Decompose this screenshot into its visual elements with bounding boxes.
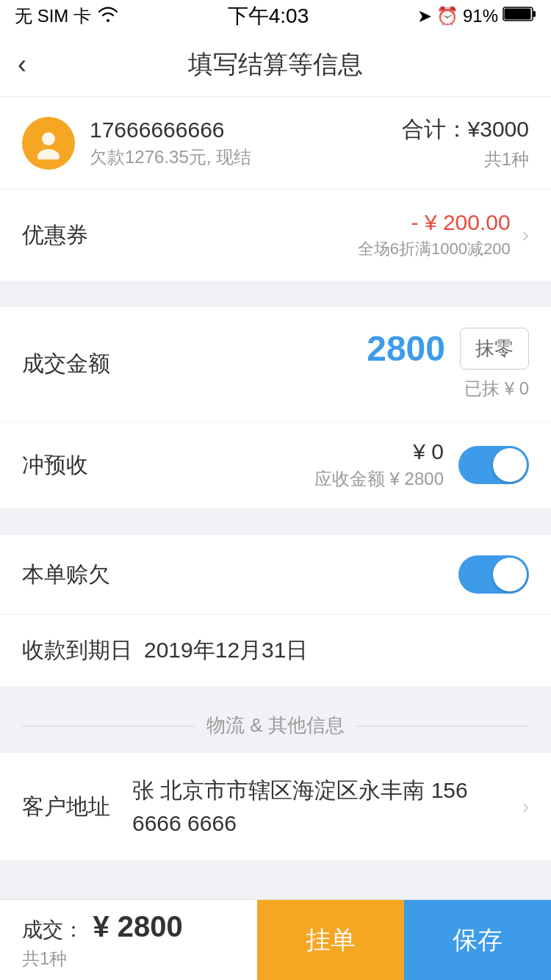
total-count: 共1种 <box>402 148 529 171</box>
deal-amount-card: 成交金额 2800 抹零 已抹 ¥ 0 冲预收 ¥ 0 应收金额 ¥ 2800 <box>0 307 551 508</box>
customer-debt: 欠款1276.35元, 现结 <box>90 145 251 169</box>
page-title: 填写结算等信息 <box>188 48 363 82</box>
status-left: 无 SIM 卡 <box>15 4 119 28</box>
bottom-deal-amount: ¥ 2800 <box>93 910 182 943</box>
address-label: 客户地址 <box>22 792 110 822</box>
amount-right: 2800 抹零 已抹 ¥ 0 <box>367 328 529 400</box>
customer-left: 17666666666 欠款1276.35元, 现结 <box>22 117 251 170</box>
coupon-row[interactable]: 优惠券 - ¥ 200.00 全场6折满1000减200 › <box>0 189 551 281</box>
svg-point-3 <box>42 132 55 145</box>
round-button[interactable]: 抹零 <box>460 328 529 370</box>
alarm-icon: ⏰ <box>436 6 458 26</box>
coupon-right-content: - ¥ 200.00 全场6折满1000减200 <box>358 210 511 260</box>
address-value: 张 北京市市辖区海淀区永丰南 156 6666 6666 <box>132 774 516 840</box>
address-card: 客户地址 张 北京市市辖区海淀区永丰南 156 6666 6666 › <box>0 753 551 860</box>
svg-rect-2 <box>505 9 531 20</box>
customer-info: 17666666666 欠款1276.35元, 现结 <box>90 118 251 169</box>
debt-row: 本单赊欠 <box>0 535 551 614</box>
bottom-bar: 成交： ¥ 2800 共1种 挂单 保存 <box>0 899 551 980</box>
sim-status: 无 SIM 卡 <box>15 4 91 28</box>
status-bar: 无 SIM 卡 下午4:03 ➤ ⏰ 91% <box>0 0 551 32</box>
customer-row: 17666666666 欠款1276.35元, 现结 合计：¥3000 共1种 <box>0 97 551 189</box>
customer-phone: 17666666666 <box>90 118 251 143</box>
coupon-right: - ¥ 200.00 全场6折满1000减200 › <box>358 210 529 260</box>
status-time: 下午4:03 <box>228 2 309 30</box>
nav-bar: ‹ 填写结算等信息 <box>0 32 551 97</box>
customer-card: 17666666666 欠款1276.35元, 现结 合计：¥3000 共1种 … <box>0 97 551 281</box>
debt-card: 本单赊欠 收款到期日 2019年12月31日 <box>0 535 551 686</box>
prepay-sub: 应收金额 ¥ 2800 <box>314 467 444 491</box>
location-icon: ➤ <box>417 6 432 26</box>
bottom-summary: 成交： ¥ 2800 共1种 <box>0 910 257 970</box>
prepay-row: 冲预收 ¥ 0 应收金额 ¥ 2800 <box>0 421 551 508</box>
address-row[interactable]: 客户地址 张 北京市市辖区海淀区永丰南 156 6666 6666 › <box>0 753 551 860</box>
debt-toggle-knob <box>493 558 527 591</box>
amount-row: 成交金额 2800 抹零 已抹 ¥ 0 <box>0 307 551 421</box>
avatar <box>22 117 75 170</box>
prepay-amount: ¥ 0 <box>314 439 444 464</box>
divider-2 <box>0 520 551 535</box>
address-chevron-icon: › <box>522 795 529 818</box>
amount-label: 成交金额 <box>22 349 110 379</box>
coupon-label: 优惠券 <box>22 220 88 251</box>
hang-button[interactable]: 挂单 <box>257 900 404 981</box>
bottom-deal-row: 成交： ¥ 2800 <box>22 910 235 944</box>
bottom-count: 共1种 <box>22 947 235 970</box>
wifi-icon <box>97 6 119 26</box>
content-area: 17666666666 欠款1276.35元, 现结 合计：¥3000 共1种 … <box>0 97 551 980</box>
coupon-desc: 全场6折满1000减200 <box>358 238 511 260</box>
bottom-deal-label: 成交： <box>22 918 84 941</box>
total-amount: 合计：¥3000 <box>402 115 529 145</box>
prepay-right: ¥ 0 应收金额 ¥ 2800 <box>314 439 529 491</box>
battery-icon <box>503 5 536 27</box>
svg-rect-1 <box>533 11 536 17</box>
due-date-row: 收款到期日 2019年12月31日 <box>0 614 551 686</box>
prepay-values: ¥ 0 应收金额 ¥ 2800 <box>314 439 444 491</box>
svg-point-4 <box>37 149 60 159</box>
save-button[interactable]: 保存 <box>404 900 551 981</box>
amount-sub: 已抹 ¥ 0 <box>464 377 529 400</box>
prepay-toggle[interactable] <box>458 446 529 484</box>
chevron-right-icon: › <box>522 223 529 247</box>
back-button[interactable]: ‹ <box>18 49 26 80</box>
prepay-label: 冲预收 <box>22 450 88 480</box>
toggle-knob <box>493 448 527 482</box>
due-date-value: 2019年12月31日 <box>144 635 308 666</box>
debt-toggle[interactable] <box>458 555 529 594</box>
debt-label: 本单赊欠 <box>22 560 110 590</box>
divider-1 <box>0 292 551 307</box>
section-header-text: 物流 & 其他信息 <box>195 713 356 738</box>
customer-total: 合计：¥3000 共1种 <box>402 115 529 171</box>
due-date-label: 收款到期日 <box>22 635 132 666</box>
battery-level: 91% <box>463 6 498 26</box>
status-right: ➤ ⏰ 91% <box>417 5 536 27</box>
amount-value: 2800 <box>367 328 445 369</box>
coupon-discount: - ¥ 200.00 <box>358 210 511 235</box>
section-header: 物流 & 其他信息 <box>0 698 551 753</box>
